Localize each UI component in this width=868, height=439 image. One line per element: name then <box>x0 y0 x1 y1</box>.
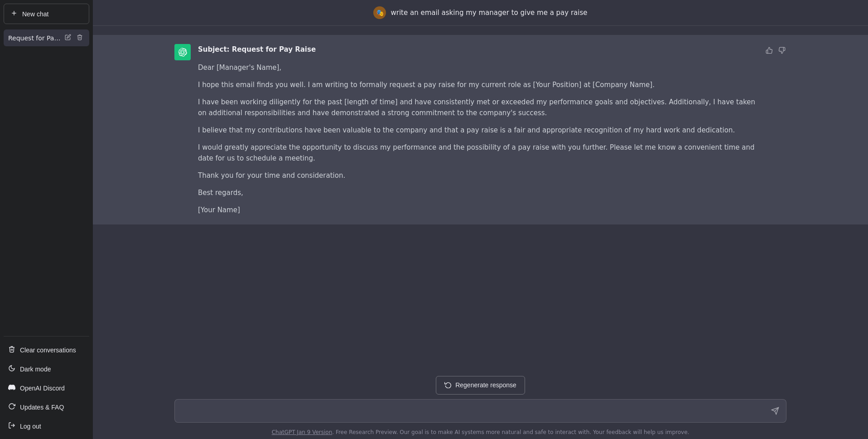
chat-history: Request for Pay Raise <box>0 28 93 333</box>
logout-icon <box>8 422 15 431</box>
edit-chat-button[interactable] <box>63 33 73 43</box>
thumbs-up-button[interactable] <box>765 46 774 57</box>
thumbs-down-button[interactable] <box>777 46 786 57</box>
user-emoji: 🎭 <box>376 9 384 16</box>
message-actions <box>765 44 786 215</box>
delete-chat-button[interactable] <box>75 33 85 43</box>
openai-discord-label: OpenAI Discord <box>20 385 65 392</box>
chat-item-actions <box>63 33 85 43</box>
openai-avatar <box>174 44 191 60</box>
regenerate-label: Regenerate response <box>455 381 516 389</box>
updates-faq-button[interactable]: Updates & FAQ <box>4 398 89 416</box>
email-subject: Subject: Request for Pay Raise <box>198 44 757 55</box>
footer-link[interactable]: ChatGPT Jan 9 Version <box>272 429 333 435</box>
email-closing2: Best regards, <box>198 187 757 198</box>
email-closing1: Thank you for your time and consideratio… <box>198 170 757 181</box>
new-chat-button[interactable]: New chat <box>4 4 89 24</box>
email-closing3: [Your Name] <box>198 205 757 215</box>
plus-icon <box>10 10 18 18</box>
sidebar-bottom: Clear conversations Dark mode OpenAI Dis… <box>0 339 93 439</box>
user-prompt: write an email asking my manager to give… <box>391 9 587 17</box>
chat-area: Subject: Request for Pay Raise Dear [Man… <box>93 26 868 369</box>
footer-description: . Free Research Preview. Our goal is to … <box>332 429 689 435</box>
email-paragraph1: I hope this email finds you well. I am w… <box>198 79 757 90</box>
bottom-area: Regenerate response ChatGPT Jan 9 Versio… <box>93 369 868 439</box>
refresh-icon <box>8 403 15 412</box>
main-content: 🎭 write an email asking my manager to gi… <box>93 0 868 439</box>
assistant-message: Subject: Request for Pay Raise Dear [Man… <box>93 35 868 224</box>
dark-mode-button[interactable]: Dark mode <box>4 360 89 378</box>
user-avatar: 🎭 <box>373 6 386 19</box>
chat-item[interactable]: Request for Pay Raise <box>4 29 89 46</box>
send-button[interactable] <box>769 405 781 419</box>
email-paragraph3: I believe that my contributions have bee… <box>198 125 757 136</box>
email-salutation: Dear [Manager's Name], <box>198 62 757 73</box>
sidebar: New chat Request for Pay Raise <box>0 0 93 439</box>
footer-text: ChatGPT Jan 9 Version. Free Research Pre… <box>272 429 690 435</box>
new-chat-label: New chat <box>22 10 48 18</box>
openai-discord-button[interactable]: OpenAI Discord <box>4 379 89 397</box>
email-paragraph2: I have been working diligently for the p… <box>198 97 757 118</box>
log-out-label: Log out <box>20 423 41 430</box>
dark-mode-label: Dark mode <box>20 366 51 373</box>
topbar: 🎭 write an email asking my manager to gi… <box>93 0 868 26</box>
regenerate-icon <box>444 381 452 390</box>
log-out-button[interactable]: Log out <box>4 417 89 435</box>
moon-icon <box>8 365 15 374</box>
email-paragraph4: I would greatly appreciate the opportuni… <box>198 142 757 164</box>
trash-icon <box>8 346 15 355</box>
chat-item-label: Request for Pay Raise <box>8 34 63 42</box>
assistant-message-content: Subject: Request for Pay Raise Dear [Man… <box>198 44 757 215</box>
updates-faq-label: Updates & FAQ <box>20 404 64 411</box>
regenerate-button[interactable]: Regenerate response <box>436 376 525 395</box>
sidebar-divider <box>4 336 89 337</box>
clear-conversations-label: Clear conversations <box>20 346 76 354</box>
chat-input[interactable] <box>174 399 786 423</box>
clear-conversations-button[interactable]: Clear conversations <box>4 341 89 359</box>
input-area <box>174 399 786 425</box>
discord-icon <box>8 384 15 393</box>
